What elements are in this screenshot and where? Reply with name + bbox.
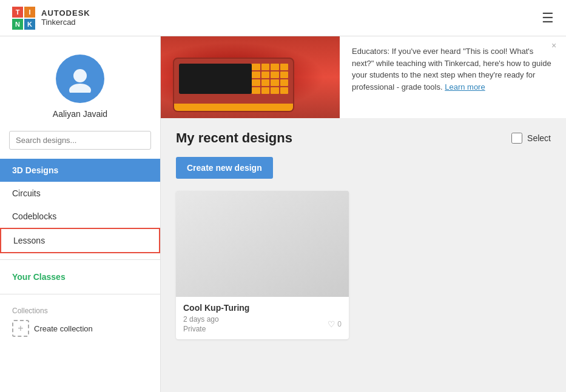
- design-grid: Cool Kup-Turing 2 days ago Private ♡ 0: [176, 191, 551, 339]
- sidebar-item-codeblocks[interactable]: Codeblocks: [0, 205, 160, 228]
- banner-image-inner: [161, 36, 340, 118]
- collection-plus-icon: +: [12, 320, 29, 337]
- banner: × Educators: If you've ever heard "This …: [161, 36, 566, 118]
- design-card[interactable]: Cool Kup-Turing 2 days ago Private ♡ 0: [176, 191, 349, 339]
- avatar-section: Aaliyan Javaid: [0, 48, 160, 131]
- hamburger-menu-icon[interactable]: ☰: [542, 12, 554, 25]
- device-strip: [174, 104, 293, 111]
- select-area: Select: [511, 133, 551, 144]
- main-layout: Aaliyan Javaid 3D Designs Circuits Codeb…: [0, 36, 566, 392]
- design-card-date-privacy: 2 days ago Private: [183, 315, 219, 333]
- thumbnail-placeholder: [176, 191, 349, 297]
- svg-rect-2: [176, 191, 349, 297]
- tinkercad-label: Tinkercad: [41, 18, 90, 27]
- sidebar-item-3d-designs[interactable]: 3D Designs: [0, 159, 160, 182]
- content-area: × Educators: If you've ever heard "This …: [161, 36, 566, 392]
- header-title: AUTODESK Tinkercad: [41, 9, 90, 27]
- banner-text-area: × Educators: If you've ever heard "This …: [340, 36, 566, 118]
- user-name: Aaliyan Javaid: [53, 109, 107, 119]
- banner-learn-more-link[interactable]: Learn more: [445, 82, 485, 91]
- banner-image: [161, 36, 340, 118]
- sidebar-item-circuits[interactable]: Circuits: [0, 182, 160, 205]
- logo-cell-t: T: [12, 7, 23, 18]
- create-collection-label: Create collection: [34, 324, 93, 333]
- sidebar: Aaliyan Javaid 3D Designs Circuits Codeb…: [0, 36, 161, 392]
- heart-icon: ♡: [328, 319, 335, 329]
- your-classes-link[interactable]: Your Classes: [0, 266, 160, 288]
- logo-cell-i: I: [24, 7, 35, 18]
- search-input[interactable]: [9, 131, 151, 150]
- create-collection-button[interactable]: + Create collection: [12, 320, 148, 337]
- device-illustration: [173, 58, 294, 112]
- device-screen: [179, 64, 252, 94]
- device-keys: [252, 64, 288, 94]
- likes-count: 0: [337, 320, 342, 328]
- logo-grid: T I N K: [12, 7, 35, 30]
- svg-point-1: [69, 84, 91, 93]
- designs-header: My recent designs Select: [176, 130, 551, 146]
- svg-point-0: [73, 69, 87, 82]
- create-new-design-button[interactable]: Create new design: [176, 157, 273, 179]
- sidebar-divider: [0, 259, 160, 260]
- header: T I N K AUTODESK Tinkercad ☰: [0, 0, 566, 36]
- design-card-name: Cool Kup-Turing: [183, 303, 342, 313]
- select-checkbox[interactable]: [511, 133, 522, 144]
- logo-cell-n: N: [12, 19, 23, 30]
- design-card-thumbnail: [176, 191, 349, 297]
- sidebar-nav: 3D Designs Circuits Codeblocks Lessons: [0, 159, 160, 253]
- designs-section: My recent designs Select Create new desi…: [161, 118, 566, 351]
- design-card-info: Cool Kup-Turing 2 days ago Private ♡ 0: [176, 297, 349, 339]
- design-card-meta: 2 days ago Private ♡ 0: [183, 315, 342, 333]
- banner-close-button[interactable]: ×: [551, 41, 561, 51]
- collections-section: Collections + Create collection: [0, 301, 160, 340]
- avatar: [56, 55, 104, 103]
- select-label: Select: [527, 133, 551, 143]
- sidebar-item-lessons[interactable]: Lessons: [0, 228, 160, 253]
- collections-label: Collections: [12, 307, 148, 315]
- designs-title: My recent designs: [176, 130, 292, 146]
- design-card-date: 2 days ago: [183, 315, 219, 324]
- sidebar-divider-2: [0, 294, 160, 294]
- autodesk-label: AUTODESK: [41, 9, 90, 18]
- user-icon: [66, 65, 94, 93]
- header-left: T I N K AUTODESK Tinkercad: [12, 7, 90, 30]
- design-card-likes[interactable]: ♡ 0: [328, 315, 342, 333]
- logo-cell-k: K: [24, 19, 35, 30]
- design-card-privacy: Private: [183, 325, 219, 333]
